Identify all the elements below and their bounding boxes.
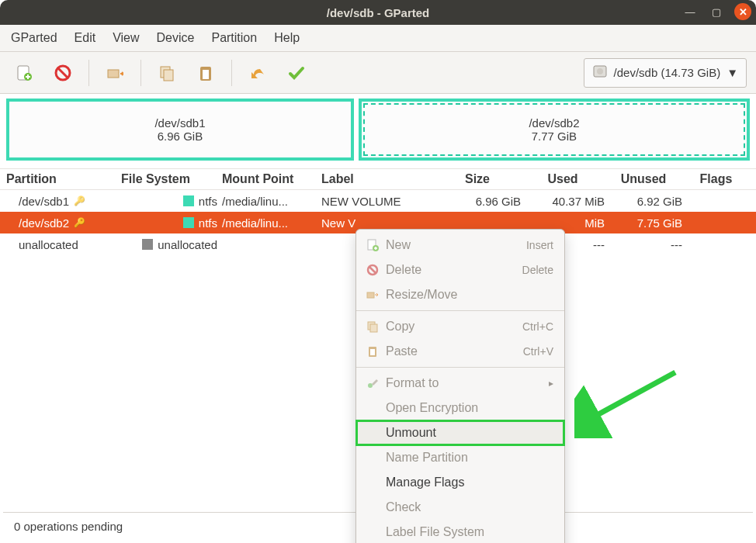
menu-gparted[interactable]: GParted (11, 31, 57, 45)
cell-fs: unallocated (121, 238, 222, 251)
cell-size: 6.96 GiB (434, 195, 521, 208)
svg-line-14 (369, 267, 376, 273)
menu-item-label: Check (386, 500, 421, 514)
cell-partition: unallocated (6, 238, 121, 251)
resize-icon[interactable] (100, 58, 130, 88)
menubar: GParted Edit View Device Partition Help (0, 25, 756, 52)
col-unused[interactable]: Unused (605, 172, 682, 186)
menu-shortcut: Insert (526, 239, 553, 251)
key-icon: 🔑 (74, 217, 85, 228)
menu-item-manage-flags[interactable]: Manage Flags (356, 470, 564, 495)
svg-point-10 (597, 68, 603, 74)
menu-separator (356, 310, 564, 311)
menu-item-label: Manage Flags (386, 476, 464, 489)
menu-item-delete: DeleteDelete (356, 258, 564, 282)
chevron-down-icon: ▼ (727, 66, 738, 79)
partition-graphic-size: 6.96 GiB (158, 130, 203, 143)
window-title: /dev/sdb - GParted (0, 6, 756, 19)
col-label[interactable]: Label (321, 172, 434, 186)
apply-icon[interactable] (282, 58, 311, 88)
cell-mount: /media/linu... (222, 195, 321, 208)
partition-graphic-size: 7.77 GiB (532, 130, 577, 143)
fs-swatch (183, 217, 194, 228)
menu-shortcut: Ctrl+C (522, 320, 553, 333)
toolbar-separator (88, 60, 89, 86)
window-titlebar: /dev/sdb - GParted — ▢ ✕ (0, 0, 756, 25)
menu-view[interactable]: View (113, 31, 139, 45)
cell-label: NEW VOLUME (321, 195, 434, 208)
menu-item-resize-move: Resize/Move (356, 282, 564, 307)
svg-rect-6 (164, 70, 173, 81)
partition-graphic-name: /dev/sdb1 (154, 116, 205, 130)
maximize-button[interactable]: ▢ (708, 3, 725, 20)
cell-fs: ntfs (121, 195, 222, 208)
toolbar-separator (231, 60, 232, 86)
new-icon[interactable] (9, 58, 39, 88)
col-mount[interactable]: Mount Point (222, 172, 321, 186)
cell-used: MiB (521, 216, 605, 230)
device-label: /dev/sdb (14.73 GiB) (614, 66, 721, 79)
format-icon (364, 377, 381, 389)
menu-shortcut: Ctrl+V (523, 345, 553, 358)
menu-item-open-encryption: Open Encryption (356, 396, 564, 420)
menu-item-copy: CopyCtrl+C (356, 314, 564, 339)
menu-shortcut: Delete (522, 264, 553, 276)
cell-unused: 7.75 GiB (605, 216, 682, 230)
col-flags[interactable]: Flags (682, 172, 750, 186)
cell-partition: /dev/sdb2🔑 (6, 216, 121, 230)
col-used[interactable]: Used (521, 172, 605, 186)
cell-mount: /media/linu... (222, 216, 321, 230)
table-row[interactable]: /dev/sdb1🔑ntfs/media/linu...NEW VOLUME6.… (0, 190, 756, 212)
new-doc-icon (364, 239, 381, 251)
menu-item-label: New (386, 238, 411, 252)
submenu-arrow-icon: ▸ (549, 378, 553, 389)
partition-graphic: /dev/sdb16.96 GiB/dev/sdb27.77 GiB (0, 94, 756, 168)
menu-item-name-partition: Name Partition (356, 445, 564, 470)
menu-partition[interactable]: Partition (211, 31, 257, 45)
menu-help[interactable]: Help (274, 31, 300, 45)
menu-item-label: Label File System (386, 525, 484, 539)
fs-swatch (183, 195, 194, 206)
menu-item-unmount[interactable]: Unmount (356, 420, 564, 445)
cell-unused: 6.92 GiB (605, 195, 682, 208)
copy-icon[interactable] (152, 58, 182, 88)
menu-item-label: Open Encryption (386, 401, 478, 415)
toolbar: /dev/sdb (14.73 GiB) ▼ (0, 52, 756, 94)
svg-rect-17 (370, 324, 377, 332)
cell-partition: /dev/sdb1🔑 (6, 195, 121, 208)
no-entry-icon (364, 264, 381, 276)
undo-icon[interactable] (243, 58, 272, 88)
delete-icon[interactable] (48, 58, 78, 88)
menu-device[interactable]: Device (157, 31, 195, 45)
svg-line-21 (590, 372, 675, 419)
paste-icon[interactable] (191, 58, 220, 88)
menu-edit[interactable]: Edit (75, 31, 96, 45)
partition-graphic-box[interactable]: /dev/sdb16.96 GiB (6, 99, 354, 161)
annotation-arrow (574, 365, 683, 441)
svg-rect-4 (108, 70, 119, 78)
cell-unused: --- (605, 238, 682, 251)
svg-rect-15 (367, 292, 374, 298)
cell-used: 40.37 MiB (521, 195, 605, 208)
cell-fs: ntfs (121, 216, 222, 230)
copy-icon (364, 320, 381, 333)
menu-item-check: Check (356, 495, 564, 520)
col-partition[interactable]: Partition (6, 172, 121, 186)
menu-item-label: Unmount (386, 426, 436, 440)
partition-graphic-box[interactable]: /dev/sdb27.77 GiB (359, 99, 750, 161)
paste-icon (364, 345, 381, 358)
menu-item-paste: PasteCtrl+V (356, 339, 564, 364)
menu-separator (356, 367, 564, 368)
minimize-button[interactable]: — (681, 3, 699, 20)
partition-graphic-name: /dev/sdb2 (529, 116, 579, 130)
col-size[interactable]: Size (434, 172, 521, 186)
menu-item-new: NewInsert (356, 233, 564, 258)
menu-item-label: Delete (386, 263, 421, 277)
partition-context-menu: NewInsertDeleteDeleteResize/MoveCopyCtrl… (355, 229, 565, 543)
resize-icon (364, 289, 381, 301)
menu-item-label-file-system: Label File System (356, 520, 564, 543)
close-button[interactable]: ✕ (734, 3, 751, 20)
svg-rect-8 (203, 70, 209, 79)
device-selector[interactable]: /dev/sdb (14.73 GiB) ▼ (584, 58, 747, 88)
col-fs[interactable]: File System (121, 172, 222, 186)
